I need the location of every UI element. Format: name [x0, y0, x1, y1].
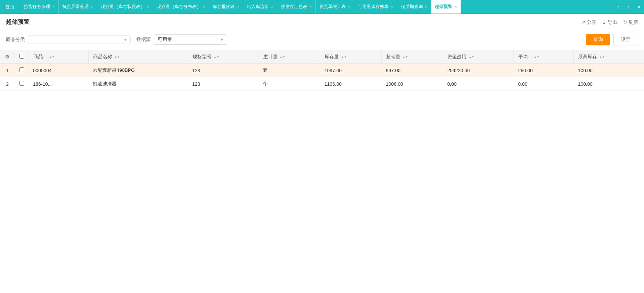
th-stock[interactable]: 库存量 ▲▼ [320, 50, 382, 64]
nav-tab-t7[interactable]: 收发存汇总表× [277, 0, 316, 14]
sort-icon-maxstock: ▲▼ [599, 55, 605, 59]
th-spec[interactable]: 规格型号 ▲▼ [188, 50, 259, 64]
nav-tab-label: 现存量（库存状况表） [101, 4, 145, 10]
table-row: 1 0000004 六配套新昌490BPG 123 套 1097.00 997.… [0, 64, 644, 77]
nav-tab-label: 出入库流水 [247, 4, 269, 10]
row-checkbox-cell [15, 64, 29, 77]
nav-tab-t3[interactable]: 现存量（库存状况表）× [97, 0, 153, 14]
cell-stock: 1106.00 [320, 77, 382, 91]
cell-name: 六配套新昌490BPG [88, 64, 188, 77]
export-button[interactable]: ⤓ 导出 [602, 19, 617, 26]
settings-button[interactable]: 设置 [613, 34, 638, 45]
cell-spec: 123 [188, 77, 259, 91]
nav-tab-t1[interactable]: 拣货任务管理× [20, 0, 59, 14]
nav-home[interactable]: 首页 [0, 0, 20, 14]
nav-tab-close-icon[interactable]: × [52, 5, 55, 9]
th-avg[interactable]: 平均... ▲▼ [514, 50, 574, 64]
nav-tab-t6[interactable]: 出入库流水× [243, 0, 277, 14]
nav-tab-label: 现存量（库存分布表） [157, 4, 201, 10]
nav-tab-label: 可用量库存账本 [358, 4, 389, 10]
query-button[interactable]: 查询 [586, 34, 610, 45]
cell-unit: 个 [259, 77, 320, 91]
cell-unit: 套 [259, 64, 320, 77]
sort-icon-name: ▲▼ [114, 55, 120, 59]
cell-overstock: 997.00 [381, 64, 443, 77]
table-row: 2 186-10... 机油滤清器 123 个 1106.00 1006.00 … [0, 77, 644, 91]
datasource-label: 数据源 [136, 36, 151, 43]
row-num: 1 [0, 64, 15, 77]
gear-icon[interactable]: ⚙ [5, 53, 10, 60]
th-code[interactable]: 商品... ▲▼ [29, 50, 88, 64]
nav-tab-label: 保质期查询 [401, 4, 423, 10]
filter-bar: 商品分类 ▾ 数据源 可用量 ▾ 查询 设置 [0, 29, 644, 50]
nav-tab-t9[interactable]: 可用量库存账本× [354, 0, 397, 14]
category-filter: 商品分类 ▾ [6, 36, 131, 44]
cell-code: 186-10... [29, 77, 88, 91]
nav-tab-close-icon[interactable]: × [310, 5, 312, 9]
export-icon: ⤓ [602, 19, 606, 25]
sort-icon-avg: ▲▼ [534, 55, 540, 59]
category-select[interactable]: ▾ [28, 36, 131, 44]
nav-tab-t10[interactable]: 保质期查询× [397, 0, 431, 14]
header-actions: ↗ 分享 ⤓ 导出 ↻ 刷新 [581, 19, 638, 26]
th-capital[interactable]: 资金占用 ▲▼ [443, 50, 514, 64]
top-navigation: 首页 拣货任务管理×拣货异常处理×现存量（库存状况表）×现存量（库存分布表）×库… [0, 0, 644, 14]
page-header: 超储预警 ↗ 分享 ⤓ 导出 ↻ 刷新 [0, 14, 644, 29]
refresh-icon: ↻ [623, 19, 627, 25]
row-checkbox-cell [15, 77, 29, 91]
th-overstock[interactable]: 超储量 ▲▼ [381, 50, 443, 64]
th-settings[interactable]: ⚙ [0, 50, 15, 64]
refresh-button[interactable]: ↻ 刷新 [623, 19, 638, 26]
nav-close-button[interactable]: × [634, 0, 644, 14]
cell-name: 机油滤清器 [88, 77, 188, 91]
nav-tab-close-icon[interactable]: × [425, 5, 427, 9]
select-all-checkbox[interactable] [19, 54, 24, 59]
row-checkbox[interactable] [19, 81, 24, 86]
share-button[interactable]: ↗ 分享 [581, 19, 596, 26]
nav-tab-close-icon[interactable]: × [454, 5, 457, 9]
nav-tab-close-icon[interactable]: × [237, 5, 239, 9]
sort-icon-unit: ▲▼ [279, 55, 285, 59]
share-icon: ↗ [581, 19, 585, 25]
cell-code: 0000004 [29, 64, 88, 77]
nav-tab-t4[interactable]: 现存量（库存分布表）× [153, 0, 209, 14]
nav-tab-label: 收发存汇总表 [281, 4, 307, 10]
datasource-value: 可用量 [158, 36, 172, 43]
cell-capital: 0.00 [443, 77, 514, 91]
nav-next-button[interactable]: › [623, 0, 634, 14]
th-maxstock[interactable]: 最高库存 ▲▼ [574, 50, 644, 64]
nav-tab-label: 超储预警 [435, 4, 452, 10]
cell-maxstock: 100.00 [574, 77, 644, 91]
nav-tab-close-icon[interactable]: × [91, 5, 93, 9]
nav-tab-t5[interactable]: 库存批次账× [209, 0, 243, 14]
nav-tab-close-icon[interactable]: × [147, 5, 149, 9]
cell-maxstock: 100.00 [574, 64, 644, 77]
th-name[interactable]: 商品名称 ▲▼ [88, 50, 188, 64]
nav-tab-close-icon[interactable]: × [391, 5, 393, 9]
nav-prev-button[interactable]: ‹ [613, 0, 623, 14]
sort-icon-spec: ▲▼ [213, 55, 219, 59]
sort-icon-code: ▲▼ [49, 55, 55, 59]
table-header-row: ⚙ 商品... ▲▼ 商品名称 ▲▼ 规格型号 ▲▼ [0, 50, 644, 64]
nav-tab-close-icon[interactable]: × [271, 5, 273, 9]
nav-tab-close-icon[interactable]: × [348, 5, 350, 9]
nav-tab-label: 库存批次账 [213, 4, 235, 10]
nav-arrows: ‹ › × [613, 0, 644, 14]
sort-icon-capital: ▲▼ [469, 55, 475, 59]
nav-tab-close-icon[interactable]: × [203, 5, 205, 9]
nav-tab-t2[interactable]: 拣货异常处理× [59, 0, 97, 14]
datasource-select[interactable]: 可用量 ▾ [154, 34, 227, 45]
nav-tab-t8[interactable]: 要货单统计表× [316, 0, 354, 14]
nav-tab-t11[interactable]: 超储预警× [431, 0, 461, 14]
nav-tabs: 拣货任务管理×拣货异常处理×现存量（库存状况表）×现存量（库存分布表）×库存批次… [20, 0, 613, 14]
th-unit[interactable]: 主计量 ▲▼ [259, 50, 320, 64]
sort-icon-overstock: ▲▼ [402, 55, 408, 59]
sort-icon-stock: ▲▼ [341, 55, 347, 59]
row-checkbox[interactable] [19, 67, 24, 72]
cell-stock: 1097.00 [320, 64, 382, 77]
page-title: 超储预警 [6, 18, 29, 26]
filter-actions: 查询 设置 [586, 34, 638, 45]
cell-avg: 260.00 [514, 64, 574, 77]
cell-spec: 123 [188, 64, 259, 77]
cell-overstock: 1006.00 [381, 77, 443, 91]
